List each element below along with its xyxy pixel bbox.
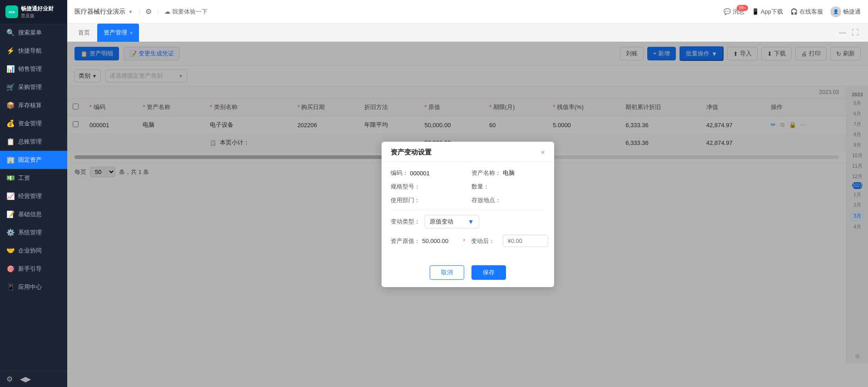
code-label: 编码： [391,169,408,177]
user-menu[interactable]: 👤 畅捷通 [830,6,861,17]
logo-text-area: 畅捷通好业财 普及版 [21,5,54,19]
field-code: 编码： 000001 [391,169,464,177]
sidebar-salary-label: 工资 [18,174,30,182]
search-icon: 🔍 [6,29,15,37]
cancel-button[interactable]: 取消 [430,265,464,280]
save-button[interactable]: 保存 [471,265,506,280]
username-label: 畅捷通 [843,8,861,16]
system-icon: ⚙️ [6,228,15,237]
sidebar-item-quick-nav[interactable]: ⚡ 快捷导航 [0,42,67,60]
sidebar-guide-label: 新手引导 [18,265,42,273]
field-location: 存放地点： [471,196,545,204]
sidebar: AtA 畅捷通好业财 普及版 🔍 搜索菜单 ⚡ 快捷导航 📊 销售管理 🛒 [0,0,67,387]
original-value-label: 资产原值： [391,237,418,245]
app-center-icon: 📱 [6,283,15,291]
sidebar-item-salary[interactable]: 💵 工资 [0,169,67,187]
modal-divider [391,210,545,210]
field-dept: 使用部门： [391,196,464,204]
sidebar-inventory-label: 库存核算 [18,101,42,109]
modal-title: 资产变动设置 [391,148,432,157]
main-content: 医疗器械行业演示 ▼ | ⚙ | ☁ 我要体验一下 💬 消息 99+ 📱 App… [67,0,868,387]
change-type-select[interactable]: 原值变动 ▼ [425,215,479,228]
window-minimize-icon[interactable]: — [837,29,848,37]
sidebar-item-app-center[interactable]: 📱 应用中心 [0,278,67,296]
topbar-right: 💬 消息 99+ 📱 App下载 🎧 在线客服 👤 畅捷通 [724,6,861,17]
message-button[interactable]: 💬 消息 99+ [724,8,744,16]
company-selector[interactable]: 医疗器械行业演示 ▼ [74,8,133,16]
modal-row-2: 规格型号： 数量： [391,183,545,191]
modal-overlay: 资产变动设置 × 编码： 000001 资产名称： 电脑 [67,42,868,387]
online-service-label: 在线客服 [799,8,823,16]
operation-icon: 📈 [6,192,15,200]
sidebar-item-guide[interactable]: 🎯 新手引导 [0,260,67,278]
sidebar-item-ledger[interactable]: 📋 总账管理 [0,133,67,151]
asset-name-label: 资产名称： [471,169,501,177]
original-value-display: 50,000.00 [422,238,459,244]
fixed-asset-icon: 🏢 [6,156,15,164]
sidebar-item-sales[interactable]: 📊 销售管理 [0,60,67,78]
headset-icon: 🎧 [790,8,798,15]
enterprise-icon: 🤝 [6,247,15,255]
sales-icon: 📊 [6,65,15,73]
sidebar-item-purchase[interactable]: 🛒 采购管理 [0,78,67,96]
sidebar-enterprise-label: 企业协同 [18,247,42,255]
after-value-input[interactable] [503,235,548,247]
tab-asset-management[interactable]: 资产管理 × [97,24,139,42]
fund-icon: 💰 [6,119,15,128]
asset-name-value: 电脑 [503,169,515,177]
modal-footer: 取消 保存 [382,261,554,287]
topbar-divider2: | [157,8,159,15]
modal-body: 编码： 000001 资产名称： 电脑 规格型号： [382,162,554,261]
logo-title: 畅捷通好业财 [21,5,54,13]
avatar: 👤 [830,6,841,17]
change-type-dropdown-icon: ▼ [468,218,474,225]
salary-icon: 💵 [6,174,15,182]
inventory-icon: 📦 [6,101,15,109]
quantity-label: 数量： [471,183,489,191]
sidebar-ledger-label: 总账管理 [18,138,42,146]
basic-info-icon: 📝 [6,210,15,218]
tab-close-icon[interactable]: × [130,30,133,35]
tab-home[interactable]: 首页 [71,24,97,42]
topbar: 医疗器械行业演示 ▼ | ⚙ | ☁ 我要体验一下 💬 消息 99+ 📱 App… [67,0,868,24]
sidebar-item-fixed-asset[interactable]: 🏢 固定资产 [0,151,67,169]
field-spec: 规格型号： [391,183,464,191]
sidebar-item-basic-info[interactable]: 📝 基础信息 [0,205,67,223]
tabbar: 首页 资产管理 × — ⛶ [67,24,868,42]
sidebar-search-label: 搜索菜单 [18,29,42,37]
change-type-row: 变动类型： 原值变动 ▼ [391,215,545,228]
modal-row-3: 使用部门： 存放地点： [391,196,545,204]
experience-button[interactable]: ☁ 我要体验一下 [164,8,208,16]
collapse-icon[interactable]: ◀▶ [20,375,31,383]
logo-badge: 普及版 [21,13,54,19]
code-value: 000001 [410,170,430,177]
sidebar-basic-info-label: 基础信息 [18,210,42,218]
sidebar-item-inventory[interactable]: 📦 库存核算 [0,96,67,114]
sidebar-nav: 🔍 搜索菜单 ⚡ 快捷导航 📊 销售管理 🛒 采购管理 📦 库存核算 💰 [0,24,67,371]
logo-icon: AtA [5,5,18,18]
sidebar-item-enterprise[interactable]: 🤝 企业协同 [0,242,67,260]
sidebar-bottom: ⚙ ◀▶ [0,371,67,387]
dept-label: 使用部门： [391,196,420,204]
change-type-label: 变动类型： [391,218,420,226]
sidebar-item-operation[interactable]: 📈 经营管理 [0,187,67,205]
modal-close-btn[interactable]: × [541,149,545,157]
tab-home-label: 首页 [78,29,90,37]
sidebar-item-system[interactable]: ⚙️ 系统管理 [0,223,67,242]
sidebar-item-search[interactable]: 🔍 搜索菜单 [0,24,67,42]
sidebar-sales-label: 销售管理 [18,65,42,73]
app-download-label: App下载 [761,8,783,16]
phone-icon: 📱 [752,8,759,15]
settings-icon[interactable]: ⚙ [6,375,13,383]
topbar-settings-icon[interactable]: ⚙ [145,7,152,16]
company-name: 医疗器械行业演示 [74,8,125,16]
asset-change-modal: 资产变动设置 × 编码： 000001 资产名称： 电脑 [382,142,554,287]
sidebar-item-fund[interactable]: 💰 资金管理 [0,114,67,133]
app-download-button[interactable]: 📱 App下载 [752,8,783,16]
company-dropdown-icon: ▼ [128,9,133,15]
sidebar-app-center-label: 应用中心 [18,283,42,291]
ledger-icon: 📋 [6,138,15,146]
sidebar-fund-label: 资金管理 [18,119,42,128]
window-maximize-icon[interactable]: ⛶ [850,29,861,37]
online-service-button[interactable]: 🎧 在线客服 [790,8,823,16]
